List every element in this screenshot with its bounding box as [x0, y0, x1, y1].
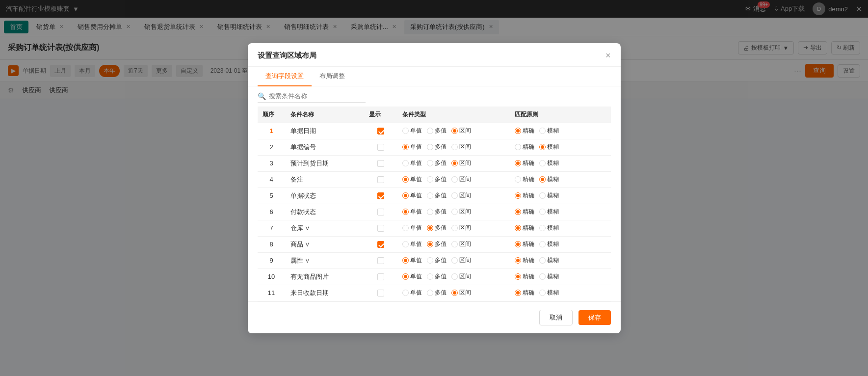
- modal-title: 设置查询区域布局: [258, 51, 316, 60]
- modal-tabs: 查询字段设置 布局调整: [248, 67, 621, 86]
- search-wrap: 🔍: [258, 92, 366, 100]
- modal-search-area: 🔍: [248, 86, 621, 100]
- modal-overlay: 设置查询区域布局 × 查询字段设置 布局调整 🔍: [0, 0, 868, 99]
- modal-close-button[interactable]: ×: [605, 51, 611, 60]
- tab-query-fields[interactable]: 查询字段设置: [258, 67, 312, 86]
- search-input[interactable]: [269, 92, 357, 99]
- settings-modal: 设置查询区域布局 × 查询字段设置 布局调整 🔍: [248, 43, 621, 100]
- tab-layout-adjust[interactable]: 布局调整: [312, 67, 353, 86]
- modal-header: 设置查询区域布局 ×: [248, 43, 621, 67]
- search-icon: 🔍: [258, 92, 266, 100]
